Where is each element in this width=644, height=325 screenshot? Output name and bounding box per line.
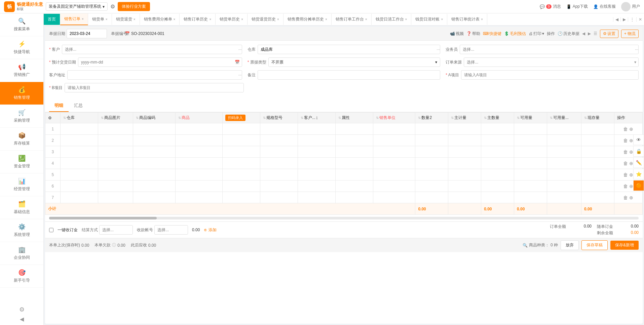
tab-sales-stats[interactable]: 销售订单统计表 × — [447, 14, 487, 25]
row-7-main-unit[interactable] — [448, 192, 481, 203]
help-button[interactable]: ❓ 帮助 — [466, 31, 480, 37]
side-panel-edit-button[interactable]: ✏️ — [633, 157, 644, 168]
row-3-warehouse[interactable] — [60, 146, 98, 158]
shortcut-button[interactable]: ⌨ 快捷键 — [483, 31, 501, 37]
a-project-input-group[interactable] — [461, 70, 639, 80]
tab-sales-order-close[interactable]: × — [82, 17, 84, 21]
row-1-quantity2[interactable] — [415, 123, 448, 135]
sidebar-collapse-button[interactable]: ◀ — [20, 316, 24, 322]
save-new-button[interactable]: 保存&新增 — [610, 241, 639, 250]
row-5-delete-icon[interactable]: 🗑 — [623, 172, 628, 177]
th-gear[interactable]: ⚙ — [45, 113, 61, 123]
row-2-product-name[interactable] — [176, 135, 223, 146]
th-spec[interactable]: ⇅规格型号 — [260, 113, 298, 123]
row-7-product-code[interactable] — [133, 192, 176, 203]
row-2-unit[interactable] — [373, 135, 415, 146]
row-1-customer-code[interactable] — [298, 123, 335, 135]
customer-dots-icon[interactable]: ··· — [238, 47, 242, 52]
th-available2[interactable]: ⇅可用量... — [547, 113, 581, 123]
date-input-group[interactable]: 📅 — [67, 29, 107, 38]
th-product-img[interactable]: ⇅商品图片 — [98, 113, 133, 123]
tab-menu-button[interactable]: ⋮ — [628, 17, 636, 22]
tab-sales-refund-history-close[interactable]: × — [277, 17, 279, 21]
salesperson-input-group[interactable]: ··· — [460, 45, 639, 54]
row-1-main-qty[interactable] — [481, 123, 514, 135]
tab-prev-button[interactable]: ◀ — [613, 17, 620, 22]
note-input[interactable] — [258, 71, 440, 79]
row-4-main-qty[interactable] — [481, 158, 514, 169]
row-1-product-code[interactable] — [133, 123, 176, 135]
row-1-unit[interactable] — [373, 123, 415, 135]
side-panel-orange-button[interactable]: 🟠 — [633, 180, 644, 191]
account-input[interactable]: ··· — [154, 225, 188, 235]
tab-detail[interactable]: 明细 — [49, 100, 69, 112]
row-7-unit[interactable] — [373, 192, 415, 203]
side-panel-lock-button[interactable]: 🔒 — [633, 146, 644, 157]
sidebar-item-search[interactable]: 🔍 搜索菜单 — [0, 13, 43, 36]
account-select[interactable] — [155, 226, 211, 234]
sidebar-item-enterprise[interactable]: 🏢 企业协同 — [0, 242, 43, 265]
sidebar-item-system[interactable]: ⚙️ 系统管理 — [0, 219, 43, 242]
row-4-spec[interactable] — [260, 158, 298, 169]
row-6-quantity2[interactable] — [415, 180, 448, 192]
tab-cash-reconcile[interactable]: 钱货日清对账 × — [411, 14, 447, 25]
row-6-product-name[interactable] — [176, 180, 223, 192]
row-2-product-code[interactable] — [133, 135, 176, 146]
note-input-group[interactable] — [258, 70, 441, 80]
tab-sales-fee[interactable]: 销售费用分摊单 × — [140, 14, 180, 25]
tab-cash-daily-close[interactable]: × — [405, 17, 407, 21]
add-payment-button[interactable]: ⊕ 添加 — [204, 227, 216, 233]
gear-icon[interactable]: ⚙ — [110, 3, 115, 10]
row-7-delete-icon[interactable]: 🗑 — [623, 195, 628, 200]
row-5-quantity2[interactable] — [415, 169, 448, 180]
row-5-attributes[interactable] — [335, 169, 373, 180]
message-button[interactable]: 💬 9 消息 — [540, 4, 561, 9]
row-6-delete-icon[interactable]: 🗑 — [623, 184, 628, 189]
address-dots-icon[interactable]: ··· — [238, 73, 242, 77]
row-6-unit[interactable] — [373, 180, 415, 192]
customer-input[interactable] — [62, 45, 237, 54]
tab-sales-order[interactable]: 销售订单 × — [60, 13, 88, 25]
tab-close-all-button[interactable]: ✕ — [636, 17, 644, 22]
delivery-date-input-group[interactable]: 📅 — [78, 57, 242, 67]
row-6-product-code[interactable] — [133, 180, 176, 192]
b-project-input[interactable] — [65, 83, 243, 92]
sidebar-item-operations[interactable]: 📊 经营管理 — [0, 173, 43, 196]
order-source-input[interactable] — [464, 58, 632, 67]
row-1-product-name[interactable] — [176, 123, 223, 135]
gear-bottom-icon[interactable]: ⚙ — [19, 306, 25, 313]
tab-sales-fee-history-close[interactable]: × — [325, 17, 327, 21]
row-7-quantity2[interactable] — [415, 192, 448, 203]
sidebar-item-sales[interactable]: 💰 销售管理 — [0, 82, 43, 105]
row-1-spec[interactable] — [260, 123, 298, 135]
sidebar-item-quick-nav[interactable]: ⚡ 快捷导航 — [0, 36, 43, 59]
th-product-name[interactable]: ⇅商品 — [176, 113, 223, 123]
row-3-main-qty[interactable] — [481, 146, 514, 158]
row-2-main-unit[interactable] — [448, 135, 481, 146]
tab-sales-history[interactable]: 销售订单历史 × — [180, 14, 216, 25]
row-5-spec[interactable] — [260, 169, 298, 180]
payment-method-input[interactable]: ▾ — [99, 225, 133, 235]
tab-sales-return-history[interactable]: 销货单历史 × — [216, 14, 248, 25]
one-click-checkbox[interactable] — [49, 228, 53, 232]
row-3-copy-icon[interactable]: ⊕ — [629, 149, 633, 155]
salesperson-input[interactable] — [460, 45, 634, 54]
row-4-attributes[interactable] — [335, 158, 373, 169]
row-5-unit[interactable] — [373, 169, 415, 180]
side-panel-star-button[interactable]: ⭐ — [633, 169, 644, 179]
side-panel-eye-button[interactable]: 👁 — [633, 134, 644, 145]
row-7-spec[interactable] — [260, 192, 298, 203]
tab-sales-history-close[interactable]: × — [209, 17, 211, 21]
b-project-input-group[interactable] — [65, 83, 244, 92]
tab-cash-reconcile-close[interactable]: × — [441, 17, 443, 21]
tab-sales-return[interactable]: 销货单 × — [88, 14, 112, 25]
tab-sales-return-close[interactable]: × — [106, 17, 108, 21]
profit-button[interactable]: 💲 毛利预估 — [504, 31, 526, 37]
delivery-date-input[interactable] — [78, 58, 233, 67]
sidebar-item-finance[interactable]: 💹 资金管理 — [0, 151, 43, 173]
history-button[interactable]: 🕐 历史单据 — [558, 31, 579, 37]
this-order-info-icon[interactable]: ⓘ — [112, 242, 116, 248]
order-source-input-group[interactable]: ▾ — [464, 57, 639, 67]
row-3-customer-code[interactable] — [298, 146, 335, 158]
tab-sales-return-history-close[interactable]: × — [241, 17, 243, 21]
